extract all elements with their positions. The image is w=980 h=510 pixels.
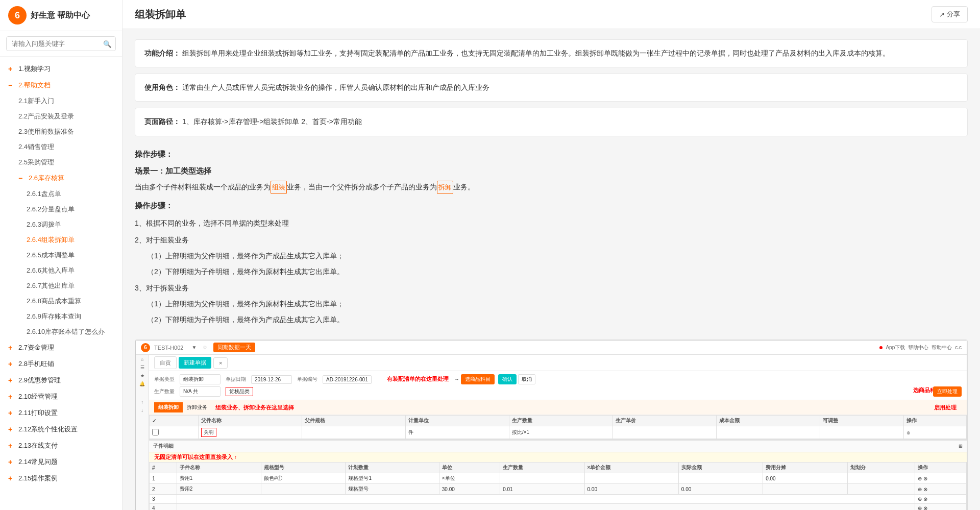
mock-th-adj: 可调整 [820,416,903,426]
mock-icon-arrow-up[interactable]: ↑ [141,400,143,405]
mock-th-fname: 父件名称 [198,416,302,426]
sidebar-item-assembly[interactable]: 2.6.4组装拆卸单 [0,232,122,248]
share-icon: ↗ [939,11,945,18]
sidebar-item-video[interactable]: + 1.视频学习 [0,61,122,77]
mock-annotation2-box: 货栈品类 [226,387,253,396]
sidebar-item-transfer[interactable]: 2.6.3调拨单 [0,217,122,232]
screenshot-container: 6 TEST-H002 ▼ ⚙ 同期数据一天 App下载 帮助中心 帮助中心 c… [135,339,968,510]
plus-icon-3: + [8,344,15,352]
mock-cr2-prod: 0.01 [500,484,584,495]
mock-child-row-3: 3 ⊕ ⊗ [150,495,967,504]
steps-list: 1、根据不同的业务，选择不同单据的类型来处理 2、对于组装业务 （1）上部明细为… [135,215,968,327]
mock-td-cost [717,426,820,439]
mock-child-row-4: 4 ⊕ ⊗ [150,504,967,510]
mock-date-label: 单据日期 [226,376,246,383]
plus-icon-11: + [8,474,15,482]
mock-enable-btn[interactable]: 立即处理 [933,386,962,397]
sidebar-item-stock-ledger[interactable]: 2.6.9库存账本查询 [0,309,122,324]
sidebar-item-help-docs[interactable]: − 2.帮助文档 [0,77,122,93]
mock-cr1-alloc: 0.00 [763,473,847,484]
sidebar-item-cost-adjust[interactable]: 2.6.5成本调整单 [0,248,122,263]
plus-icon-5: + [8,376,15,384]
mock-td-check [150,426,199,439]
mock-expand-icon[interactable]: ⊞ [959,444,963,449]
sidebar-item-purchase[interactable]: 2.5采购管理 [0,155,122,170]
mock-cr2-op-icon[interactable]: ⊕ ⊗ [918,487,927,492]
mock-parent-table: ✓ 父件名称 父件规格 计量单位 生产数量 生产单价 成本金额 可调整 操作 [149,415,967,439]
mock-th-unit-price: 生产单价 [613,416,717,426]
sidebar-item-other-out[interactable]: 2.6.7其他出库单 [0,278,122,294]
mock-icon-arrow-down[interactable]: ↓ [141,408,143,413]
mock-td-op: ⊕ [903,426,966,439]
mock-qty-value[interactable]: N/A 共 [180,386,220,397]
plus-icon-10: + [8,458,15,466]
mock-icon-star[interactable]: ★ [140,373,144,378]
sidebar-item-ops[interactable]: + 2.10经营管理 [0,388,122,405]
share-button[interactable]: ↗ 分享 [932,6,968,22]
sidebar-item-sales[interactable]: 2.4销售管理 [0,139,122,155]
mock-number-value[interactable]: AD-20191226-001 [323,375,372,384]
mock-cth-unit: 单位 [439,463,500,473]
mock-tab-zg[interactable]: 自贡 [154,356,177,369]
sidebar-item-coupon[interactable]: + 2.9优惠券管理 [0,372,122,388]
step3-sub2: （2）下部明细为子件明细，最终作为产成品生成其它入库单。 [147,312,968,328]
mock-checkbox[interactable] [152,429,159,435]
sidebar-item-personalize[interactable]: + 2.12系统个性化设置 [0,421,122,438]
mock-date-value[interactable]: 2019-12-26 [251,375,292,384]
search-button[interactable]: 🔍 [103,40,112,47]
mock-tab-new[interactable]: 新建单据 [179,357,211,369]
mock-cr1-plan: 规格型号1 [346,473,439,484]
mock-screenshot: 6 TEST-H002 ▼ ⚙ 同期数据一天 App下载 帮助中心 帮助中心 c… [135,340,967,510]
sidebar-item-cases[interactable]: + 2.15操作案例 [0,470,122,487]
mock-cr2-uprice: 0.00 [584,484,678,495]
mock-icon-list[interactable]: ☰ [140,365,144,370]
mock-period-btn[interactable]: 同期数据一天 [213,343,255,352]
sidebar-item-newbie[interactable]: 2.1新手入门 [0,93,122,109]
mock-cr3-op-icon[interactable]: ⊕ ⊗ [918,496,927,502]
mock-cr1-op: ⊕ ⊗ [915,473,967,484]
mock-cr4-op-icon[interactable]: ⊕ ⊗ [918,505,927,510]
intro-label: 功能介绍： [144,49,180,57]
plus-icon-6: + [8,393,15,401]
mock-td-adj [820,426,903,439]
sidebar-item-stock-error[interactable]: 2.6.10库存账本错了怎么办 [0,324,122,339]
step2-sub2: （2）下部明细为子件明细，最终作为原材料生成其它出库单。 [147,264,968,280]
ops-section: 操作步骤： 场景一：加工类型选择 当由多个子件材料组装成一个成品的业务为组装业务… [135,142,968,332]
step2-sub1: （1）上部明细为父件明细，最终作为产成品生成其它入库单； [147,248,968,264]
sidebar-item-install[interactable]: 2.2产品安装及登录 [0,109,122,124]
sidebar-item-partial-stock[interactable]: 2.6.2分量盘点单 [0,202,122,217]
mock-tab-create[interactable]: × [213,357,228,369]
mock-type-value[interactable]: 组装拆卸 [180,374,220,384]
search-input[interactable] [6,36,116,51]
mock-cr1-spec: 颜色#① [261,473,346,484]
mock-icon-home[interactable]: ⌂ [141,357,143,362]
mock-select-item-btn[interactable]: 选商品科目 [461,374,495,384]
sidebar-item-payment[interactable]: + 2.13在线支付 [0,438,122,454]
mock-logo: 6 [141,343,150,352]
mock-icon-bell[interactable]: 🔔 [139,381,145,386]
mock-parent-row-1: 关羽 件 按比/×1 ⊕ [150,426,967,439]
mock-cancel-btn[interactable]: 取消 [518,374,535,384]
mock-cth-dist: 划划分 [847,463,915,473]
sidebar-item-mobile[interactable]: + 2.8手机旺铺 [0,356,122,372]
mock-row-op-icon[interactable]: ⊕ [906,430,911,435]
mock-cth-num: # [150,463,177,473]
sidebar-item-cost-recalc[interactable]: 2.6.8商品成本重算 [0,294,122,309]
mock-main: 自贡 新建单据 × 单据类型 组装拆卸 单据日期 2019-12-26 单 [149,355,967,510]
mock-cth-plan: 计划数量 [346,463,439,473]
sidebar-item-faq[interactable]: + 2.14常见问题 [0,454,122,470]
sidebar-item-data-prep[interactable]: 2.3使用前数据准备 [0,124,122,139]
sidebar: 6 好生意 帮助中心 🔍 + 1.视频学习 − 2.帮助文档 2.1新手入门 2… [0,0,122,510]
sidebar-item-print[interactable]: + 2.11打印设置 [0,405,122,421]
mock-confirm-btn[interactable]: 确认 [498,374,517,384]
mock-cr1-actual [678,473,763,484]
sidebar-item-stocktake[interactable]: 2.6.1盘点单 [0,186,122,202]
step3-sub: （1）上部明细为父件明细，最终作为原材料生成其它出库单； （2）下部明细为子件明… [135,296,968,327]
minus-icon-2: − [18,174,26,182]
sidebar-item-finance[interactable]: + 2.7资金管理 [0,339,122,356]
mock-child-tbody: 1 费用1 颜色#① 规格型号1 ×单位 0.00 [150,473,967,510]
sidebar-item-other-in[interactable]: 2.6.6其他入库单 [0,263,122,278]
mock-cr1-op-icon[interactable]: ⊕ ⊗ [918,476,927,481]
sidebar-item-inventory[interactable]: − 2.6库存核算 [0,170,122,186]
mock-annotation1: 有装配清单的在这里处理 [387,376,449,382]
